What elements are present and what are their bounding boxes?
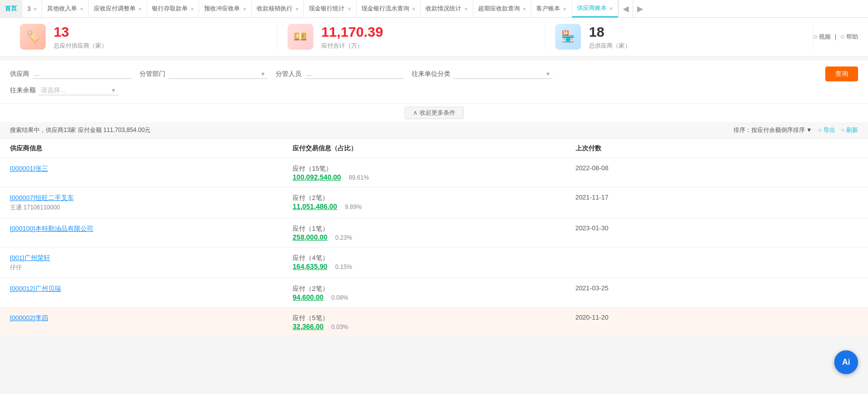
nav-tab-3[interactable]: 3 × (22, 0, 42, 17)
nav-prev-arrow[interactable]: ◀ (618, 0, 633, 17)
nav-tab-customer-ledger[interactable]: 客户账本 × (531, 0, 572, 17)
supplier-filter-input[interactable] (32, 69, 132, 79)
table-row: [000001]张三 应付（15笔） 100,092,540.00 89.61%… (0, 158, 868, 188)
trade-pct: 0.15% (335, 263, 352, 270)
trade-info: 应付（5笔） 32,366.00 0.03% (292, 314, 575, 330)
supplier-link[interactable]: [000100]本特勤油品有限公司 (10, 224, 292, 233)
close-icon[interactable]: × (464, 6, 467, 12)
nav-tab-bank[interactable]: 银行存取款单 × (147, 0, 199, 17)
data-table: 供应商信息 应付交易信息（占比） 上次付数 [000001]张三 应付（15笔）… (0, 139, 868, 337)
dept-filter-label: 分管部门 (140, 69, 165, 78)
col-header-trade: 应付交易信息（占比） (292, 144, 575, 153)
nav-next-arrow[interactable]: ▶ (633, 0, 647, 17)
close-icon[interactable]: × (80, 6, 83, 12)
nav-tab-overdue[interactable]: 超期应收款查询 × (473, 0, 531, 17)
trade-label: 应付（5笔） (292, 314, 575, 323)
col-header-lastpay: 上次付数 (576, 144, 858, 153)
nav-home[interactable]: 首页 (0, 0, 22, 17)
trade-amount[interactable]: 94,600.00 (292, 293, 323, 301)
close-icon[interactable]: × (348, 6, 351, 12)
balance-filter-select[interactable]: 请选择... (39, 85, 118, 95)
trade-amount[interactable]: 164,635.90 (292, 263, 327, 270)
supplier-icon: 🏷️ (20, 24, 46, 50)
help-link[interactable]: ⊙ 帮助 (840, 33, 858, 41)
supplier-link[interactable]: [000007]恒旺二手叉车 (10, 194, 292, 202)
category-filter-select[interactable] (453, 69, 553, 79)
nav-tab-other-income[interactable]: 其他收入单 × (42, 0, 88, 17)
close-icon[interactable]: × (610, 5, 613, 11)
summary-bar: 🏷️ 13 总应付供应商（家） 💴 11,170.39 应付合计（万） 🏪 18… (0, 18, 868, 57)
sort-arrow-icon: ▼ (806, 127, 812, 133)
nav-tab-cashbank-stat[interactable]: 现金银行统计 × (304, 0, 356, 17)
last-pay-date: 2021-11-17 (576, 194, 858, 201)
supplier-link[interactable]: [001]广州荣轩 (10, 254, 292, 263)
table-row: [000007]恒旺二手叉车 王通 17106110000 应付（2笔） 11,… (0, 188, 868, 218)
close-icon[interactable]: × (412, 6, 415, 12)
supplier-info: [000002]李四 (10, 314, 292, 323)
person-filter-input[interactable] (304, 69, 404, 79)
close-icon[interactable]: × (563, 6, 566, 12)
close-icon[interactable]: × (243, 6, 246, 12)
supplier-info: [000001]张三 (10, 164, 292, 173)
filter-row-2: 往来余额 请选择... ▼ (10, 85, 858, 95)
results-actions: 排序：按应付余额倒序排序 ▼ ○ 导出 ○ 刷新 (733, 126, 858, 134)
refresh-icon: ○ (841, 127, 845, 133)
supplier-link[interactable]: [000001]张三 (10, 164, 292, 173)
supplier-link[interactable]: [000012]广州贝瑞 (10, 284, 292, 293)
video-link[interactable]: ⊙ 视频 (813, 33, 831, 41)
trade-info: 应付（4笔） 164,635.90 0.15% (292, 254, 575, 270)
trade-label: 应付（15笔） (292, 164, 575, 173)
nav-tab-cashbank-flow[interactable]: 现金银行流水查询 × (357, 0, 421, 17)
trade-amount[interactable]: 32,366.00 (292, 323, 323, 330)
col-header-supplier: 供应商信息 (10, 144, 292, 153)
trade-pct: 0.03% (331, 324, 348, 330)
trade-pct: 89.61% (349, 174, 369, 181)
sort-button[interactable]: 排序：按应付余额倒序排序 ▼ (733, 126, 812, 134)
results-summary: 搜索结果中，供应商13家 应付金额 111,703,854.00元 (10, 126, 150, 134)
collapse-button[interactable]: ∧ 收起更多条件 (405, 107, 464, 119)
summary-card-suppliers: 🏷️ 13 总应付供应商（家） (10, 24, 278, 50)
summary-card-total-suppliers: 🏪 18 总供应商（家） (545, 24, 813, 50)
close-icon[interactable]: × (191, 6, 194, 12)
trade-label: 应付（2笔） (292, 194, 575, 202)
nav-tab-prepay[interactable]: 预收冲应收单 × (199, 0, 251, 17)
supplier-info: [000007]恒旺二手叉车 王通 17106110000 (10, 194, 292, 212)
person-filter-label: 分管人员 (276, 69, 301, 78)
nav-tab-ap-adjust[interactable]: 应收应付调整单 × (89, 0, 147, 17)
total-suppliers-number: 18 (589, 24, 631, 41)
filter-balance: 往来余额 请选择... ▼ (10, 85, 118, 95)
query-button[interactable]: 查询 (825, 66, 858, 81)
trade-amount[interactable]: 258,000.00 (292, 233, 327, 241)
close-icon[interactable]: × (139, 6, 142, 12)
filter-category: 往来单位分类 ▼ (412, 69, 553, 79)
nav-tab-collect[interactable]: 收款核销执行 × (252, 0, 304, 17)
total-ap-amount-label: 应付合计（万） (321, 42, 383, 50)
last-pay-date: 2021-03-25 (576, 284, 858, 292)
close-icon[interactable]: × (34, 6, 37, 12)
category-filter-label: 往来单位分类 (412, 69, 450, 78)
table-row-highlighted: [000002]李四 应付（5笔） 32,366.00 0.03% 2020-1… (0, 308, 868, 337)
summary-card-amount: 💴 11,170.39 应付合计（万） (278, 24, 545, 50)
supplier-link[interactable]: [000002]李四 (10, 314, 292, 323)
total-suppliers-label: 总供应商（家） (589, 42, 631, 50)
collapse-icon: ∧ (413, 109, 418, 116)
nav-tab-supplier-ledger[interactable]: 供应商账本 × (572, 0, 618, 17)
trade-amount[interactable]: 11,051,486.00 (292, 202, 337, 210)
nav-tab-collect-stat[interactable]: 收款情况统计 × (421, 0, 473, 17)
trade-label: 应付（1笔） (292, 224, 575, 233)
supplier-sub: 仔仔 (10, 263, 292, 272)
collapse-bar: ∧ 收起更多条件 (0, 104, 868, 122)
export-button[interactable]: ○ 导出 (818, 126, 835, 134)
dept-filter-select[interactable] (168, 69, 268, 79)
total-ap-suppliers-number: 13 (54, 24, 107, 41)
trade-amount[interactable]: 100,092,540.00 (292, 173, 341, 181)
supplier-info: [000012]广州贝瑞 (10, 284, 292, 293)
trade-info: 应付（15笔） 100,092,540.00 89.61% (292, 164, 575, 181)
trade-info: 应付（2笔） 11,051,486.00 9.89% (292, 194, 575, 210)
close-icon[interactable]: × (295, 6, 298, 12)
close-icon[interactable]: × (523, 6, 526, 12)
total-ap-suppliers-label: 总应付供应商（家） (54, 42, 107, 50)
export-icon: ○ (818, 127, 822, 133)
refresh-button[interactable]: ○ 刷新 (841, 126, 858, 134)
table-row: [001]广州荣轩 仔仔 应付（4笔） 164,635.90 0.15% (0, 248, 868, 278)
